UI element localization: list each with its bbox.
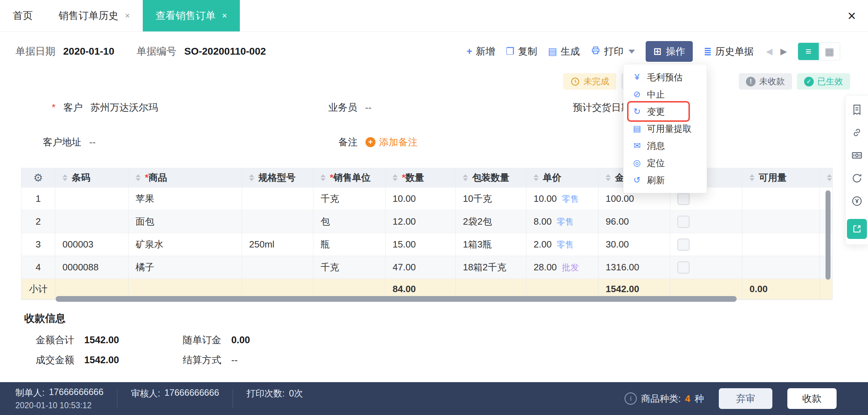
tab-home[interactable]: 首页 [0, 0, 46, 31]
cell-spec [242, 256, 313, 279]
prev-record-icon[interactable]: ◀ [766, 46, 772, 56]
col-product[interactable]: *商品 [128, 168, 242, 188]
price-type-tag[interactable]: 零售 [562, 193, 579, 205]
payment-total-value: 1542.00 [84, 335, 119, 346]
row-checkbox[interactable] [677, 239, 690, 251]
table-row[interactable]: 4 0000088 橘子 千克 47.00 18箱2千克 28.00批发 131… [21, 256, 833, 279]
close-icon[interactable]: × [848, 0, 856, 31]
receipt-icon[interactable] [851, 103, 863, 116]
col-spec[interactable]: 规格型号 [242, 168, 313, 188]
menu-item-change[interactable]: ↻ 变更 [624, 103, 707, 120]
cell-barcode [55, 188, 128, 210]
close-icon[interactable]: × [125, 11, 130, 21]
record-pager: ◀ ▶ [766, 46, 787, 56]
col-unit[interactable]: *销售单位 [313, 168, 385, 188]
table-row[interactable]: 2 面包 包 12.00 2袋2包 8.00零售 96.00 [21, 210, 833, 233]
menu-item-locate[interactable]: ◎ 定位 [624, 154, 707, 171]
toolbar-actions: + 新增 ❐ 复制 ▤ 生成 打印 ⊞ 操作 [466, 41, 840, 62]
menu-item-refresh[interactable]: ↺ 刷新 [624, 171, 707, 189]
cell-pack: 10千克 [456, 188, 526, 210]
clock-icon [570, 77, 580, 86]
receive-payment-button[interactable]: 收款 [787, 388, 837, 409]
customer-value[interactable]: 苏州万达沃尔玛 [91, 101, 158, 114]
menu-item-message[interactable]: ✉ 消息 [624, 137, 707, 154]
price-type-tag[interactable]: 批发 [562, 262, 579, 273]
print-button[interactable]: 打印 [591, 45, 635, 58]
gear-icon: ⚙ [34, 171, 43, 184]
col-price[interactable]: 单价 [526, 168, 599, 188]
yen-coin-icon[interactable] [851, 195, 863, 208]
locate-icon: ◎ [632, 158, 642, 168]
tab-view-sales-order[interactable]: 查看销售订单 × [143, 0, 240, 31]
sales-order-page: 首页 销售订单历史 × 查看销售订单 × × 单据日期 2020-01-10 单… [0, 0, 868, 415]
extract-icon: ▤ [632, 124, 642, 134]
col-available[interactable]: 可用量 [742, 168, 820, 188]
sort-icon[interactable] [750, 174, 755, 181]
generate-icon: ▤ [548, 46, 557, 57]
col-pack-qty[interactable]: 包装数量 [456, 168, 526, 188]
cell-check [670, 210, 742, 233]
remark-label: 备注 [338, 136, 358, 149]
footer-bar: 制单人: 17666666666 2020-01-10 10:53:12 审核人… [0, 382, 868, 415]
expand-icon[interactable] [847, 219, 867, 239]
right-utility-rail [845, 95, 868, 245]
link-icon[interactable] [851, 126, 863, 139]
sort-icon[interactable] [463, 174, 468, 181]
table-row[interactable]: 3 000003 矿泉水 250ml 瓶 15.00 1箱3瓶 2.00零售 3… [21, 233, 833, 256]
salesman-label: 业务员 [328, 101, 357, 114]
row-checkbox[interactable] [677, 193, 690, 205]
sort-icon[interactable] [136, 174, 141, 181]
auditor-label: 审核人: [131, 388, 160, 399]
add-button[interactable]: + 新增 [466, 45, 495, 58]
tab-label: 销售订单历史 [59, 9, 118, 22]
reject-audit-button[interactable]: 弃审 [719, 388, 772, 409]
horizontal-scrollbar[interactable] [56, 296, 737, 302]
cell-unit: 千克 [313, 188, 385, 210]
sort-icon[interactable] [321, 174, 326, 181]
payment-settle-value: -- [231, 355, 238, 366]
list-view-button[interactable]: ≡ [798, 43, 819, 60]
generate-button[interactable]: ▤ 生成 [548, 45, 580, 58]
payment-section-title: 收款信息 [24, 311, 66, 326]
row-checkbox[interactable] [677, 216, 690, 228]
col-qty[interactable]: *数量 [385, 168, 456, 188]
copy-button[interactable]: ❐ 复制 [506, 45, 537, 58]
next-record-icon[interactable]: ▶ [781, 46, 787, 56]
copy-icon: ❐ [506, 46, 514, 57]
banknote-icon[interactable] [851, 149, 863, 162]
price-type-tag[interactable]: 零售 [557, 239, 574, 250]
sort-icon[interactable] [393, 174, 398, 181]
grid-view-button[interactable]: ▦ [819, 43, 840, 60]
change-icon: ↻ [632, 106, 642, 116]
tab-sales-order-history[interactable]: 销售订单历史 × [46, 0, 143, 31]
add-remark-button[interactable]: + 添加备注 [365, 136, 418, 149]
cell-check [670, 256, 742, 279]
sort-icon[interactable] [249, 174, 254, 181]
col-partial[interactable] [820, 168, 833, 188]
row-checkbox[interactable] [677, 261, 690, 274]
price-type-tag[interactable]: 零售 [557, 216, 574, 228]
table-row[interactable]: 1 苹果 千克 10.00 10千克 10.00零售 100.00 [21, 188, 833, 210]
column-settings[interactable]: ⚙ [21, 168, 55, 188]
sort-icon[interactable] [827, 174, 832, 181]
tab-label: 首页 [13, 9, 33, 22]
menu-item-abort[interactable]: ⊘ 中止 [624, 86, 707, 103]
close-icon[interactable]: × [222, 11, 227, 21]
print-count-label: 打印次数: [247, 388, 285, 399]
menu-item-profit-estimate[interactable]: ¥ 毛利预估 [624, 69, 707, 86]
grid-view-icon: ▦ [825, 46, 834, 58]
sort-icon[interactable] [534, 174, 539, 181]
cell-unit: 千克 [313, 256, 385, 279]
cell-pack: 18箱2千克 [456, 256, 526, 279]
sort-icon[interactable] [62, 174, 67, 181]
cell-qty: 10.00 [385, 188, 456, 210]
col-barcode[interactable]: 条码 [55, 168, 128, 188]
history-docs-button[interactable]: ≣ 历史单据 [703, 45, 754, 58]
sort-icon[interactable] [606, 174, 611, 181]
refresh-circle-icon[interactable] [851, 172, 863, 185]
document-meta: 单据日期 2020-01-10 单据编号 SO-20200110-002 [15, 45, 266, 58]
operate-button[interactable]: ⊞ 操作 [646, 41, 693, 62]
menu-item-available-extract[interactable]: ▤ 可用量提取 [624, 120, 707, 137]
vertical-scrollbar[interactable] [826, 190, 831, 280]
cell-available [742, 256, 820, 279]
